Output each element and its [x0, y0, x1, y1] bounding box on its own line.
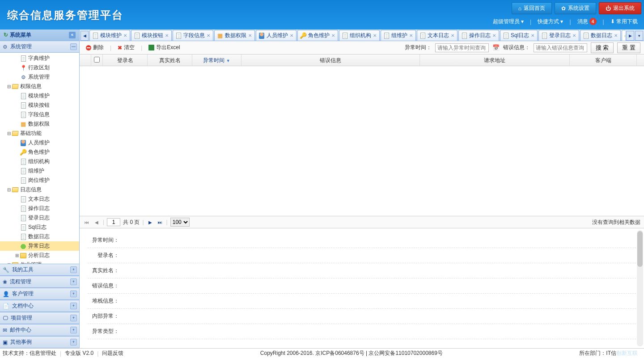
grid-col-login[interactable]: 登录名 — [103, 55, 148, 66]
select-all-checkbox[interactable] — [94, 57, 100, 63]
tree-node-操作日志[interactable]: 操作日志 — [0, 204, 79, 213]
tree-node-基础功能[interactable]: ⊟基础功能 — [0, 129, 79, 138]
error-filter-input[interactable] — [534, 43, 587, 52]
grid-col-url[interactable]: 请求地址 — [420, 55, 570, 66]
export-excel-button[interactable]: 导出Excel — [146, 43, 182, 52]
footer-feedback-link[interactable]: 问题反馈 — [102, 350, 123, 357]
tab-close-icon[interactable]: ✕ — [531, 33, 534, 38]
tree-node-文本日志[interactable]: 文本日志 — [0, 194, 79, 204]
tree-node-日志信息[interactable]: ⊟日志信息 — [0, 185, 79, 194]
tab-异常日志[interactable]: 异常日志✕ — [622, 30, 625, 41]
accordion-header-flow[interactable]: ❀流程管理+ — [0, 276, 79, 288]
time-filter-input[interactable] — [435, 43, 489, 52]
tree-node-权限信息[interactable]: ⊟权限信息 — [0, 82, 79, 91]
tab-字段信息[interactable]: 字段信息✕ — [173, 30, 213, 41]
tree-node-岗位维护[interactable]: 岗位维护 — [0, 176, 79, 185]
grid-col-error[interactable]: 错误信息 — [242, 55, 420, 66]
settings-button[interactable]: ✿系统设置 — [555, 2, 596, 14]
delete-button[interactable]: 删除 — [83, 43, 106, 52]
sidebar-collapse-icon[interactable]: « — [69, 32, 76, 38]
refresh-icon[interactable]: ↻ — [4, 32, 8, 38]
tab-数据权限[interactable]: ▦数据权限✕ — [214, 30, 255, 41]
messages-link[interactable]: 消息4 — [577, 18, 597, 25]
accordion-header-other[interactable]: ▣其他事例+ — [0, 336, 79, 348]
tab-close-icon[interactable]: ✕ — [207, 33, 210, 38]
tree-node-作业管理[interactable]: ⊞作业管理 — [0, 260, 79, 264]
tree-node-数据日志[interactable]: 数据日志 — [0, 232, 79, 241]
tree-node-字典维护[interactable]: 字典维护 — [0, 54, 79, 63]
tab-登录日志[interactable]: 登录日志✕ — [538, 30, 579, 41]
accordion-expand-icon[interactable]: + — [70, 266, 77, 273]
pager-next[interactable]: ▶ — [147, 219, 154, 226]
tree-expander-icon[interactable]: ⊞ — [14, 253, 20, 258]
accordion-expand-icon[interactable]: + — [70, 327, 77, 333]
tree-node-异常日志[interactable]: 异常日志 — [0, 241, 79, 251]
tree-node-分析日志[interactable]: ⊞分析日志 — [0, 251, 79, 260]
tree-node-组维护[interactable]: 组维护 — [0, 166, 79, 176]
tab-数据日志[interactable]: 数据日志✕ — [580, 30, 621, 41]
tab-文本日志[interactable]: 文本日志✕ — [417, 30, 458, 41]
tree-node-字段信息[interactable]: 字段信息 — [0, 110, 79, 119]
accordion-header-docs[interactable]: 📄文档中心+ — [0, 300, 79, 312]
tab-scroll-right[interactable]: ▶ — [626, 31, 634, 41]
tree-node-模块按钮[interactable]: 模块按钮 — [0, 101, 79, 110]
tab-close-icon[interactable]: ✕ — [248, 33, 252, 38]
quick-menu[interactable]: 快捷方式 ▾ — [538, 18, 563, 25]
tree-expander-icon[interactable]: ⊟ — [6, 84, 12, 89]
tab-close-icon[interactable]: ✕ — [492, 33, 496, 38]
search-button[interactable]: 搜 索 — [591, 42, 614, 53]
tab-人员维护[interactable]: 人员维护✕ — [256, 30, 297, 41]
logout-button[interactable]: ⏻退出系统 — [599, 2, 641, 14]
tree-node-系统管理[interactable]: ⚙系统管理 — [0, 72, 79, 82]
tree-expander-icon[interactable]: ⊟ — [6, 187, 12, 192]
accordion-header-sysmgmt[interactable]: ⚙系统管理— — [0, 41, 79, 53]
tab-close-icon[interactable]: ✕ — [373, 33, 377, 38]
tab-close-icon[interactable]: ✕ — [123, 33, 127, 38]
tree-node-模块维护[interactable]: 模块维护 — [0, 91, 79, 101]
pager-last[interactable]: ⏭ — [157, 219, 164, 226]
tree-node-登录日志[interactable]: 登录日志 — [0, 213, 79, 223]
tab-模块维护[interactable]: 模块维护✕ — [89, 30, 130, 41]
accordion-collapse-icon[interactable]: — — [70, 43, 77, 50]
tab-close-icon[interactable]: ✕ — [290, 33, 293, 38]
accordion-header-project[interactable]: 🖵项目管理+ — [0, 312, 79, 324]
pager-first[interactable]: ⏮ — [83, 219, 90, 226]
pager-page-input[interactable] — [107, 218, 120, 226]
accordion-expand-icon[interactable]: + — [70, 339, 77, 345]
accordion-expand-icon[interactable]: + — [70, 291, 77, 297]
tab-scroll-left[interactable]: ◀ — [80, 31, 89, 41]
tab-close-icon[interactable]: ✕ — [451, 33, 454, 38]
home-button[interactable]: ⌂返回首页 — [512, 2, 552, 14]
tab-close-icon[interactable]: ✕ — [409, 33, 413, 38]
grid-col-client[interactable]: 客户端 — [570, 55, 637, 66]
tree-expander-icon[interactable]: ⊟ — [6, 131, 12, 136]
tab-操作日志[interactable]: 操作日志✕ — [458, 30, 499, 41]
accordion-header-customer[interactable]: 👤客户管理+ — [0, 288, 79, 300]
tab-menu-icon[interactable]: ▾ — [635, 31, 643, 41]
tab-组维护[interactable]: 组维护✕ — [381, 30, 416, 41]
calendar-icon[interactable]: 📅 — [492, 44, 500, 51]
tree-node-人员维护[interactable]: 人员维护 — [0, 138, 79, 147]
accordion-expand-icon[interactable]: + — [70, 278, 77, 285]
pager-pagesize-select[interactable]: 100 — [170, 218, 190, 227]
tab-角色维护[interactable]: 🔑角色维护✕ — [297, 30, 338, 41]
scrollbar-thumb[interactable] — [637, 231, 643, 267]
tab-close-icon[interactable]: ✕ — [572, 33, 576, 38]
grid-col-time[interactable]: 异常时间 ▼ — [192, 55, 242, 66]
accordion-expand-icon[interactable]: + — [70, 303, 77, 309]
tree-node-Sql日志[interactable]: Sql日志 — [0, 223, 79, 232]
tab-模块按钮[interactable]: 模块按钮✕ — [131, 30, 172, 41]
accordion-expand-icon[interactable]: + — [70, 315, 77, 321]
accordion-header-tools[interactable]: 🔧我的工具+ — [0, 264, 79, 276]
grid-col-realname[interactable]: 真实姓名 — [148, 55, 192, 66]
reset-button[interactable]: 重 置 — [617, 42, 640, 53]
tab-close-icon[interactable]: ✕ — [614, 33, 618, 38]
download-link[interactable]: ⬇ 常用下载 — [610, 18, 638, 25]
pager-prev[interactable]: ◀ — [93, 219, 100, 226]
tab-close-icon[interactable]: ✕ — [165, 33, 169, 38]
tree-node-数据权限[interactable]: ▦数据权限 — [0, 119, 79, 129]
clear-button[interactable]: ✖清空 — [115, 43, 137, 52]
accordion-header-mail[interactable]: ✉邮件中心+ — [0, 324, 79, 336]
tab-close-icon[interactable]: ✕ — [331, 33, 335, 38]
detail-scrollbar[interactable] — [637, 230, 643, 346]
